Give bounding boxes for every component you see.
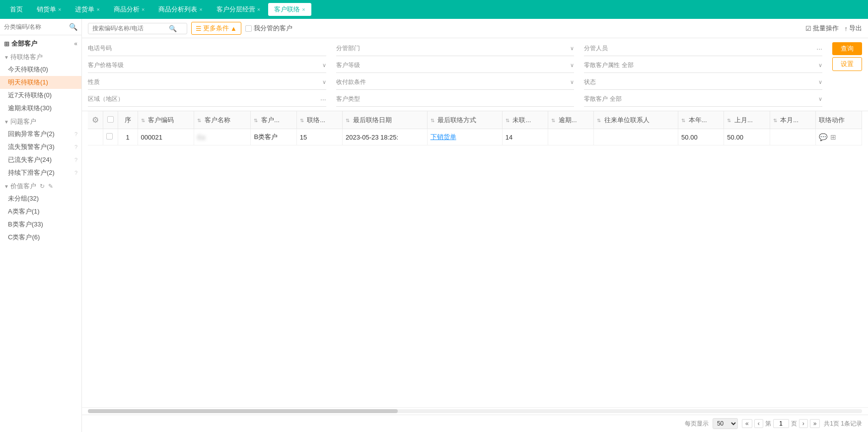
sidebar-item-churned[interactable]: 已流失客户(24) ? <box>0 153 81 166</box>
chevron-down-icon5[interactable]: ∨ <box>322 79 326 85</box>
per-page-select[interactable]: 50 100 200 <box>713 418 738 429</box>
td-last-date: 2023-05-23 18:25: <box>342 129 427 145</box>
th-contacts-person: ⇅ 往来单位联系人 <box>594 111 678 129</box>
nav-sales[interactable]: 销货单 × <box>31 3 67 16</box>
more-dots-icon[interactable]: ··· <box>816 45 822 53</box>
batch-op-button[interactable]: ☑ 批量操作 <box>805 24 839 33</box>
td-this-month <box>770 129 815 145</box>
sidebar-group-value: ▼ 价值客户 ↻ ✎ <box>0 179 81 192</box>
filter-row-1: 电话号码 分管部门 ∨ 分管人员 ··· <box>88 42 822 56</box>
row-checkbox[interactable] <box>106 133 113 140</box>
header-checkbox[interactable] <box>107 116 114 123</box>
sidebar-item-7days[interactable]: 近7天待联络(0) <box>0 89 81 102</box>
filter-region: 区域（地区） ··· <box>88 93 326 107</box>
last-page-button[interactable]: » <box>810 419 820 428</box>
sidebar-item-tomorrow[interactable]: 明天待联络(1) <box>0 76 81 89</box>
filter-price-level: 客户价格等级 ∨ <box>88 59 326 73</box>
collapse-icon[interactable]: « <box>74 40 77 47</box>
chevron-down-icon8[interactable]: ∨ <box>818 96 822 102</box>
nav-home[interactable]: 首页 <box>4 3 29 16</box>
more-dots-icon2[interactable]: ··· <box>320 95 326 103</box>
td-last-month: 50.00 <box>724 129 770 145</box>
sidebar-item-overdue[interactable]: 逾期未联络(30) <box>0 102 81 115</box>
table-area: ⚙ 序 ⇅ 客户编码 ⇅ <box>82 111 868 407</box>
help-icon4: ? <box>74 170 77 176</box>
first-page-button[interactable]: « <box>742 419 752 428</box>
more-filter-button[interactable]: ☰ 更多条件 ▲ <box>191 22 241 35</box>
sidebar: 🔍 ⊞ 全部客户 « ▼ 待联络客户 今天待联络(0) 明天待联络(1) 近7天… <box>0 19 82 432</box>
nav-close-sales[interactable]: × <box>58 6 61 12</box>
edit-icon[interactable]: ✎ <box>48 183 53 190</box>
prev-page-button[interactable]: ‹ <box>754 419 763 428</box>
export-icon: ↑ <box>845 25 848 32</box>
filter-manager: 分管人员 ··· <box>584 42 822 56</box>
nav-product-analysis[interactable]: 商品分析 × <box>108 3 150 16</box>
set-button[interactable]: 设置 <box>832 57 862 71</box>
refresh-icon[interactable]: ↻ <box>40 183 45 190</box>
pagination: « ‹ 第 页 › » <box>742 419 820 428</box>
nav-customer-contact[interactable]: 客户联络 × <box>268 3 311 16</box>
nav-purchase[interactable]: 进货单 × <box>69 3 105 16</box>
contact-action-icon[interactable]: 💬 <box>819 133 827 141</box>
filter-phone: 电话号码 <box>88 42 326 56</box>
grid-icon: ⊞ <box>4 40 9 48</box>
chevron-up-icon: ▲ <box>230 25 237 32</box>
search-input[interactable] <box>92 25 167 32</box>
chevron-down-icon7[interactable]: ∨ <box>818 79 822 85</box>
sidebar-group-pending: ▼ 待联络客户 <box>0 50 81 63</box>
nav-customer-tier[interactable]: 客户分层经营 × <box>211 3 266 16</box>
nav-close-customer-contact[interactable]: × <box>302 6 305 12</box>
sort-icon12: ⇅ <box>773 118 777 123</box>
td-actions: 💬 ⊞ <box>815 129 862 145</box>
scroll-track <box>88 409 862 413</box>
th-last-method: ⇅ 最后联络方式 <box>427 111 502 129</box>
td-this-year: 50.00 <box>678 129 724 145</box>
sidebar-item-repurchase-abnormal[interactable]: 回购异常客户(2) ? <box>0 128 81 141</box>
nav-close-purchase[interactable]: × <box>96 6 99 12</box>
gear-icon[interactable]: ⚙ <box>92 116 99 124</box>
th-this-year: ⇅ 本年... <box>678 111 724 129</box>
chevron-down-icon3[interactable]: ∨ <box>570 62 574 69</box>
chevron-down-icon2[interactable]: ∨ <box>322 62 326 69</box>
sort-icon2: ⇅ <box>197 118 201 123</box>
sidebar-item-class-c[interactable]: C类客户(6) <box>0 231 81 244</box>
nav-product-analysis-list[interactable]: 商品分析列表 × <box>152 3 208 16</box>
toolbar-right: ☑ 批量操作 ↑ 导出 <box>805 24 863 33</box>
th-gear: ⚙ <box>88 111 103 129</box>
th-last-date: ⇅ 最后联络日期 <box>342 111 427 129</box>
next-page-button[interactable]: › <box>799 419 808 428</box>
sidebar-search-input[interactable] <box>4 23 67 30</box>
help-icon: ? <box>74 131 77 137</box>
sidebar-item-class-b[interactable]: B类客户(33) <box>0 218 81 231</box>
filter-icon: ☰ <box>196 25 202 32</box>
help-icon2: ? <box>74 144 77 150</box>
filter-row-4: 区域（地区） ··· 客户类型 零散客户 全部 ∨ <box>88 93 822 107</box>
more-action-icon[interactable]: ⊞ <box>830 133 836 141</box>
chevron-down-icon[interactable]: ∨ <box>570 45 574 52</box>
chevron-down-icon4[interactable]: ∨ <box>818 62 822 69</box>
th-type: ⇅ 客户... <box>251 111 296 129</box>
sidebar-item-churn-warning[interactable]: 流失预警客户(3) ? <box>0 141 81 153</box>
nav-close-customer-tier[interactable]: × <box>257 6 260 12</box>
sidebar-item-ungrouped[interactable]: 未分组(32) <box>0 192 81 205</box>
search-icon[interactable]: 🔍 <box>169 25 177 32</box>
sidebar-group-problem: ▼ 问题客户 <box>0 115 81 128</box>
page-input[interactable] <box>773 419 789 428</box>
sidebar-search-icon[interactable]: 🔍 <box>69 23 77 31</box>
checkbox-icon[interactable] <box>245 25 252 32</box>
scroll-thumb[interactable] <box>88 409 398 413</box>
sidebar-item-today[interactable]: 今天待联络(0) <box>0 63 81 76</box>
sidebar-item-declining[interactable]: 持续下滑客户(2) ? <box>0 166 81 179</box>
sidebar-item-class-a[interactable]: A类客户(1) <box>0 205 81 218</box>
action-buttons: 💬 ⊞ <box>819 133 859 141</box>
filter-row-2: 客户价格等级 ∨ 客户等级 ∨ 零散客户属性 全部 ∨ <box>88 59 822 73</box>
filter-status: 状态 ∨ <box>584 76 822 90</box>
query-button[interactable]: 查询 <box>832 42 862 55</box>
chevron-down-icon6[interactable]: ∨ <box>570 79 574 85</box>
nav-close-product-analysis-list[interactable]: × <box>199 6 202 12</box>
nav-close-product-analysis[interactable]: × <box>142 6 145 12</box>
sort-icon6: ⇅ <box>431 118 434 123</box>
export-button[interactable]: ↑ 导出 <box>845 24 863 33</box>
filter-dept: 分管部门 ∨ <box>336 42 575 56</box>
my-customer-checkbox[interactable]: 我分管的客户 <box>245 24 292 33</box>
